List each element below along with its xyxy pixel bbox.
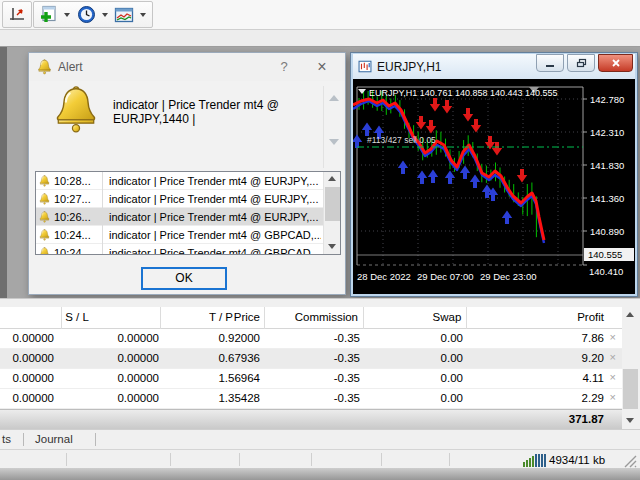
order-row-selected[interactable]: 0.00000 0.00000 0.67936 -0.35 0.00 9.20 … — [0, 349, 622, 369]
sell-arrow-icon — [517, 169, 527, 183]
timeframes-dropdown[interactable] — [102, 13, 108, 17]
timeframes-button[interactable] — [75, 4, 97, 26]
scroll-down-icon[interactable] — [626, 418, 634, 423]
cell-profit: 9.20 — [540, 352, 604, 364]
minimize-icon — [545, 59, 555, 68]
total-profit: 371.87 — [520, 413, 604, 425]
connection-bars-icon — [523, 453, 547, 467]
terminal-panel: S / L T / P Price Commission Swap Profit… — [0, 298, 640, 468]
traffic-counter: 4934/11 kb — [549, 454, 605, 466]
alert-list-item-selected[interactable]: 10:26... indicator | Price Trender mt4 @… — [36, 208, 323, 226]
scroll-up-icon[interactable] — [626, 312, 634, 317]
column-header-commission[interactable]: Commission — [278, 311, 358, 323]
tab-experts[interactable]: ts — [2, 433, 11, 445]
bell-icon — [37, 59, 52, 75]
window-bottom-edge — [0, 468, 640, 480]
orders-table-header[interactable]: S / L T / P Price Commission Swap Profit — [0, 307, 622, 329]
scroll-up-icon[interactable] — [328, 176, 336, 181]
scroll-down-icon[interactable] — [328, 244, 336, 249]
tab-journal[interactable]: Journal — [35, 433, 73, 445]
order-row[interactable]: 0.00000 0.00000 0.92000 -0.35 0.00 7.86 … — [0, 329, 622, 349]
cell-swap: 0.00 — [399, 372, 463, 384]
alert-list-item[interactable]: 10:24... indicator | Price Trender mt4 @… — [36, 244, 323, 255]
bell-icon — [39, 229, 50, 241]
message-scroll-divider — [323, 86, 324, 168]
cell-profit: 7.86 — [540, 332, 604, 344]
chart-window-title: EURJPY,H1 — [377, 60, 441, 74]
alert-time: 10:24... — [54, 229, 91, 241]
alert-list-item[interactable]: 10:28... indicator | Price Trender mt4 @… — [36, 172, 323, 190]
trade-label: #113/427 sell 0.05 — [367, 135, 436, 145]
indicators-icon — [114, 6, 134, 24]
cell-sl: 0.00000 — [0, 372, 54, 384]
message-scroll-down-icon[interactable] — [329, 139, 339, 145]
column-header-price[interactable]: Price — [180, 311, 260, 323]
scrollbar-thumb[interactable] — [325, 187, 340, 221]
ma-slow-line — [353, 101, 544, 243]
close-button[interactable]: × — [307, 53, 337, 81]
restore-button[interactable] — [567, 54, 595, 72]
close-order-icon[interactable]: × — [610, 371, 616, 383]
chart-window-controls — [536, 54, 633, 72]
symbol-dropdown-icon[interactable] — [358, 89, 366, 94]
toolbar-group-charts — [33, 1, 153, 28]
chart-canvas[interactable]: EURJPY,H1 140.761 140.858 140.443 140.55… — [353, 79, 635, 294]
cell-profit: 4.11 — [540, 372, 604, 384]
workspace-left-edge — [0, 47, 7, 300]
toolbar-group-cursor — [2, 1, 32, 28]
new-chart-button[interactable] — [37, 4, 59, 26]
scrollbar-thumb[interactable] — [623, 369, 638, 409]
svg-text:141.360: 141.360 — [590, 193, 624, 204]
order-row[interactable]: 0.00000 0.00000 1.56964 -0.35 0.00 4.11 … — [0, 369, 622, 389]
terminal-tabs: ts Journal — [0, 429, 640, 449]
sell-arrow-icon — [463, 108, 473, 122]
resize-grip[interactable] — [624, 455, 638, 468]
close-order-icon[interactable]: × — [610, 391, 616, 403]
alert-text: indicator | Price Trender mt4 @ EURJPY,.… — [109, 193, 321, 205]
crosshair-icon — [8, 6, 26, 24]
cell-tp: 0.00000 — [95, 392, 159, 404]
svg-text:140.890: 140.890 — [590, 226, 624, 237]
minimize-button[interactable] — [536, 54, 564, 72]
svg-text:29 Dec 23:00: 29 Dec 23:00 — [480, 271, 537, 282]
order-row[interactable]: 0.00000 0.00000 1.35428 -0.35 0.00 2.29 … — [0, 389, 622, 409]
alert-list-item[interactable]: 10:24... indicator | Price Trender mt4 @… — [36, 226, 323, 244]
column-header-profit[interactable]: Profit — [524, 311, 604, 323]
cell-tp: 0.00000 — [95, 372, 159, 384]
column-header-swap[interactable]: Swap — [417, 311, 477, 323]
alert-time: 10:27... — [54, 193, 91, 205]
current-price-label: 140.555 — [588, 249, 622, 260]
time-axis-labels: 28 Dec 2022 29 Dec 07:00 29 Dec 23:00 — [357, 271, 537, 282]
chart-icon — [358, 60, 372, 73]
cell-swap: 0.00 — [399, 392, 463, 404]
indicators-button[interactable] — [113, 4, 135, 26]
ohlc-readout: EURJPY,H1 140.761 140.858 140.443 140.55… — [369, 88, 558, 98]
close-order-icon[interactable]: × — [610, 351, 616, 363]
indicators-dropdown[interactable] — [140, 13, 146, 17]
status-bar: 4934/11 kb — [0, 449, 640, 469]
cell-price: 1.56964 — [196, 372, 260, 384]
message-scroll-up-icon[interactable] — [329, 95, 339, 101]
table-scrollbar[interactable] — [622, 307, 639, 429]
close-order-icon[interactable]: × — [610, 331, 616, 343]
ma-fast-line — [353, 99, 544, 240]
help-button[interactable]: ? — [269, 53, 299, 81]
bell-icon — [39, 247, 50, 255]
new-chart-dropdown[interactable] — [64, 13, 70, 17]
column-header-sl[interactable]: S / L — [47, 311, 107, 323]
close-button[interactable] — [598, 54, 633, 72]
svg-text:29 Dec 07:00: 29 Dec 07:00 — [417, 271, 474, 282]
buy-arrow-icon — [460, 166, 470, 180]
buy-arrow-icon — [417, 171, 427, 185]
crosshair-tool-button[interactable] — [6, 4, 28, 26]
svg-text:141.830: 141.830 — [590, 160, 624, 171]
cell-price: 0.67936 — [196, 352, 260, 364]
alert-title: Alert — [58, 60, 83, 74]
alert-list-scrollbar[interactable] — [323, 172, 340, 254]
alert-list-item[interactable]: 10:27... indicator | Price Trender mt4 @… — [36, 190, 323, 208]
cell-swap: 0.00 — [399, 352, 463, 364]
cell-profit: 2.29 — [540, 392, 604, 404]
svg-text:28 Dec 2022: 28 Dec 2022 — [357, 271, 411, 282]
ok-button[interactable]: OK — [141, 267, 227, 290]
bell-icon — [39, 175, 50, 187]
